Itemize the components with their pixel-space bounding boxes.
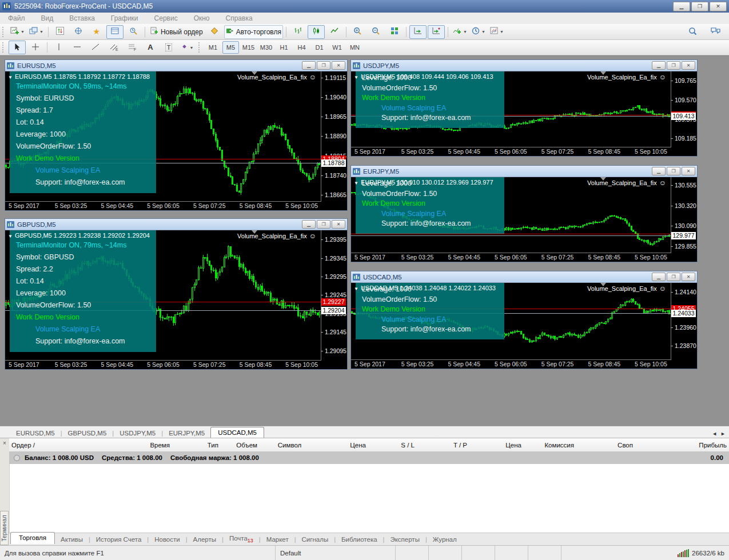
chart-minimize-button[interactable]: ▁ <box>652 167 666 175</box>
strategy-tester-button[interactable] <box>125 25 142 39</box>
chart-close-button[interactable]: ✕ <box>332 220 345 229</box>
chart-minimize-button[interactable]: ▁ <box>652 61 666 70</box>
chart-minimize-button[interactable]: ▁ <box>652 273 666 281</box>
timeframe-mn-button[interactable]: MN <box>346 41 363 54</box>
fibonacci-button[interactable]: F <box>124 41 141 54</box>
timeframe-w1-button[interactable]: W1 <box>329 41 345 54</box>
collapse-arrow-icon[interactable]: ▼ <box>8 234 13 239</box>
chart-minimize-button[interactable]: ▁ <box>302 220 316 229</box>
collapse-arrow-icon[interactable]: ▼ <box>354 286 358 291</box>
terminal-tab-журнал[interactable]: Журнал <box>427 535 463 544</box>
terminal-tab-история-счета[interactable]: История Счета <box>90 535 148 544</box>
market-watch-button[interactable] <box>51 25 69 39</box>
column-header-символ[interactable]: Символ <box>260 442 320 449</box>
new-order-button[interactable]: Новый ордер <box>148 25 205 39</box>
indicators-button[interactable]: ▼ <box>451 25 469 39</box>
time-scale[interactable]: 5 Sep 20175 Sep 03:255 Sep 04:455 Sep 06… <box>351 253 697 262</box>
chart-window-titlebar[interactable]: EURUSD,M5▁❐✕ <box>5 60 347 71</box>
terminal-tab-библиотека[interactable]: Библиотека <box>336 535 383 544</box>
terminal-tab-активы[interactable]: Активы <box>55 535 89 544</box>
column-header-ордер[interactable]: Ордер / <box>9 442 106 449</box>
chart-area-eurjpy[interactable]: Leverage: 1000VolumeOrderFlow: 1.50Work … <box>351 177 697 262</box>
metaeditor-button[interactable] <box>206 25 223 39</box>
chart-close-button[interactable]: ✕ <box>682 167 695 175</box>
tile-windows-button[interactable] <box>386 25 403 39</box>
menu-графики[interactable]: Графики <box>103 14 146 22</box>
restore-button[interactable]: ❐ <box>691 2 708 11</box>
community-button[interactable] <box>707 25 724 39</box>
chart-tab-usdjpy[interactable]: USDJPY,M5 <box>114 429 161 438</box>
candlestick-button[interactable] <box>308 25 325 39</box>
chart-tab-eurjpy[interactable]: EURJPY,M5 <box>163 429 210 438</box>
dropdown-caret-icon[interactable]: ▼ <box>500 30 504 34</box>
time-scale[interactable]: 5 Sep 20175 Sep 03:255 Sep 04:455 Sep 06… <box>5 361 347 369</box>
timeframe-h1-button[interactable]: H1 <box>276 41 292 54</box>
toolbar-grip[interactable] <box>2 27 6 37</box>
timeframe-m15-button[interactable]: M15 <box>240 41 257 54</box>
dropdown-caret-icon[interactable]: ▼ <box>481 30 485 34</box>
cursor-button[interactable] <box>9 41 26 54</box>
chart-shift-button[interactable] <box>428 25 445 39</box>
chart-window-titlebar[interactable]: EURJPY,M5▁❐✕ <box>351 166 697 177</box>
chart-restore-button[interactable]: ❐ <box>667 273 680 281</box>
chart-restore-button[interactable]: ❐ <box>667 61 680 70</box>
column-header-комиссия[interactable]: Комиссия <box>524 442 576 449</box>
status-profile[interactable]: Default <box>276 546 396 560</box>
profiles-button[interactable]: ▼ <box>27 25 45 39</box>
zoom-in-button[interactable] <box>349 25 367 39</box>
terminal-tab-почта[interactable]: Почта13 <box>224 534 259 545</box>
column-header-своп[interactable]: Своп <box>576 442 635 449</box>
ea-smiley-icon[interactable]: ☺ <box>659 73 666 81</box>
chart-close-button[interactable]: ✕ <box>332 61 345 70</box>
ea-smiley-icon[interactable]: ☺ <box>659 179 666 187</box>
chart-area-usdcad[interactable]: Leverage: 1000VolumeOrderFlow: 1.50Work … <box>351 283 697 369</box>
terminal-tab-торговля[interactable]: Торговля <box>10 532 55 544</box>
chart-restore-button[interactable]: ❐ <box>317 61 330 70</box>
chart-area-gbpusd[interactable]: TerminalMonitor ON, 79ms, ~14msSymbol: G… <box>5 230 347 369</box>
data-window-button[interactable] <box>70 25 87 39</box>
tabs-scroll-right-icon[interactable]: ► <box>720 431 726 437</box>
menu-сервис[interactable]: Сервис <box>146 14 186 22</box>
chart-restore-button[interactable]: ❐ <box>317 220 330 229</box>
menu-вид[interactable]: Вид <box>33 14 62 22</box>
line-chart-button[interactable] <box>326 25 343 39</box>
new-chart-button[interactable]: ▼ <box>9 25 26 39</box>
time-scale[interactable]: 5 Sep 20175 Sep 03:255 Sep 04:455 Sep 06… <box>351 360 697 369</box>
chart-tab-usdcad[interactable]: USDCAD,M5 <box>210 427 264 439</box>
ea-smiley-icon[interactable]: ☺ <box>309 232 316 240</box>
menu-файл[interactable]: Файл <box>0 14 33 22</box>
terminal-tab-новости[interactable]: Новости <box>149 535 186 544</box>
dropdown-caret-icon[interactable]: ▼ <box>190 46 194 50</box>
timeframe-m1-button[interactable]: M1 <box>205 41 221 54</box>
time-scale[interactable]: 5 Sep 20175 Sep 03:255 Sep 04:455 Sep 06… <box>351 147 697 156</box>
menu-окно[interactable]: Окно <box>186 14 218 22</box>
ea-smiley-icon[interactable]: ☺ <box>309 73 316 81</box>
column-header-sl[interactable]: S / L <box>368 442 417 449</box>
dropdown-caret-icon[interactable]: ▼ <box>39 30 43 34</box>
timeframe-m5-button[interactable]: M5 <box>222 41 239 54</box>
text-label-button[interactable]: T <box>160 41 177 54</box>
toolbar-grip[interactable] <box>2 42 6 53</box>
chart-area-usdjpy[interactable]: Leverage: 1000VolumeOrderFlow: 1.50Work … <box>351 71 697 156</box>
minimize-button[interactable]: ▁ <box>673 2 690 11</box>
chart-window-titlebar[interactable]: GBPUSD,M5▁❐✕ <box>5 219 347 230</box>
price-scale[interactable]: 130.555130.320130.090129.855129.977 <box>671 177 697 253</box>
terminal-tab-эксперты[interactable]: Эксперты <box>384 535 425 544</box>
terminal-close-icon[interactable]: × <box>1 439 8 446</box>
arrows-button[interactable]: ▼ <box>178 41 196 54</box>
collapse-arrow-icon[interactable]: ▼ <box>8 75 13 80</box>
price-scale[interactable]: 1.241401.239601.238701.240551.24033 <box>671 283 697 359</box>
vertical-line-button[interactable] <box>50 41 67 54</box>
chart-restore-button[interactable]: ❐ <box>667 167 680 175</box>
chart-area-eurusd[interactable]: TerminalMonitor ON, 59ms, ~14msSymbol: E… <box>5 71 347 210</box>
terminal-tab-сигналы[interactable]: Сигналы <box>296 535 334 544</box>
horizontal-line-button[interactable] <box>69 41 86 54</box>
column-header-прибыль[interactable]: Прибыль <box>635 442 729 449</box>
navigator-button[interactable]: ★ <box>88 25 105 39</box>
autotrading-button[interactable]: Авто-торговля <box>224 25 283 39</box>
chart-minimize-button[interactable]: ▁ <box>302 61 316 70</box>
chart-close-button[interactable]: ✕ <box>682 273 695 281</box>
timeframe-m30-button[interactable]: M30 <box>258 41 274 54</box>
tabs-scroll-left-icon[interactable]: ◄ <box>712 431 717 437</box>
column-header-цена[interactable]: Цена <box>469 442 524 449</box>
